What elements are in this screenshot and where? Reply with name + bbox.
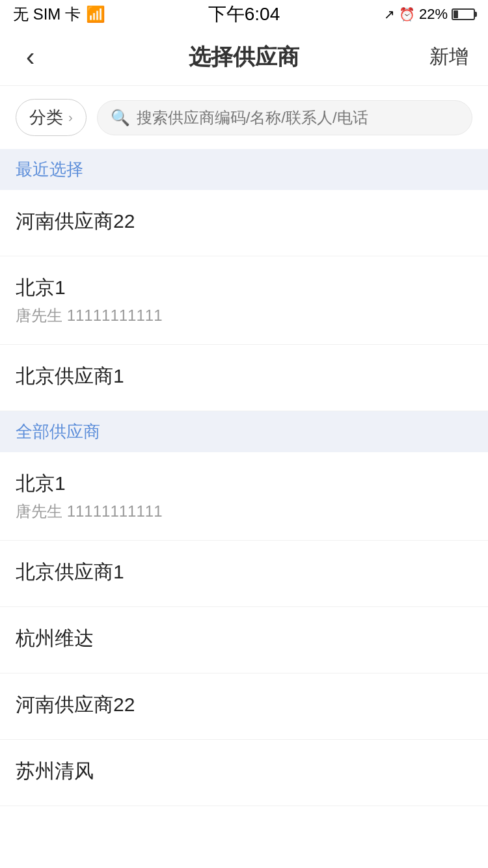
item-sub: 唐先生 11111111111 <box>16 305 472 326</box>
battery-percent: 22% <box>419 6 448 23</box>
status-time: 下午6:04 <box>208 2 280 27</box>
category-filter-button[interactable]: 分类 › <box>16 99 87 136</box>
location-icon: ↗ <box>384 7 395 22</box>
carrier-text: 无 SIM 卡 <box>13 4 81 25</box>
list-item[interactable]: 河南供应商22 <box>0 673 488 740</box>
list-item[interactable]: 北京供应商1 <box>0 541 488 607</box>
list-item[interactable]: 杭州维达 <box>0 607 488 673</box>
section-header-all: 全部供应商 <box>0 411 488 452</box>
chevron-right-icon: › <box>68 110 73 125</box>
search-icon: 🔍 <box>111 109 130 127</box>
battery-icon <box>452 8 475 20</box>
section-header-recent: 最近选择 <box>0 149 488 190</box>
item-sub: 唐先生 11111111111 <box>16 501 472 522</box>
list-item[interactable]: 北京供应商1 <box>0 345 488 411</box>
status-right: ↗ ⏰ 22% <box>384 6 475 23</box>
category-label: 分类 <box>29 106 63 129</box>
item-name: 河南供应商22 <box>16 208 472 235</box>
item-name: 北京1 <box>16 275 472 301</box>
back-button[interactable]: ‹ <box>20 36 41 78</box>
status-carrier: 无 SIM 卡 📶 <box>13 4 105 25</box>
item-name: 杭州维达 <box>16 625 472 652</box>
alarm-icon: ⏰ <box>399 7 415 22</box>
sections-container: 最近选择河南供应商22北京1唐先生 11111111111北京供应商1全部供应商… <box>0 149 488 806</box>
search-input[interactable] <box>137 109 459 127</box>
status-bar: 无 SIM 卡 📶 下午6:04 ↗ ⏰ 22% <box>0 0 488 29</box>
list-item[interactable]: 河南供应商22 <box>0 190 488 256</box>
item-name: 北京1 <box>16 470 472 497</box>
item-name: 北京供应商1 <box>16 559 472 586</box>
list-item[interactable]: 苏州清风 <box>0 740 488 806</box>
filter-bar: 分类 › 🔍 <box>0 86 488 149</box>
item-name: 北京供应商1 <box>16 363 472 390</box>
list-item[interactable]: 北京1唐先生 11111111111 <box>0 256 488 345</box>
item-name: 苏州清风 <box>16 758 472 785</box>
page-title: 选择供应商 <box>189 42 299 72</box>
wifi-icon: 📶 <box>86 5 105 23</box>
item-name: 河南供应商22 <box>16 692 472 718</box>
search-box[interactable]: 🔍 <box>97 100 472 135</box>
nav-bar: ‹ 选择供应商 新增 <box>0 29 488 86</box>
add-button[interactable]: 新增 <box>429 44 468 70</box>
list-item[interactable]: 北京1唐先生 11111111111 <box>0 452 488 541</box>
